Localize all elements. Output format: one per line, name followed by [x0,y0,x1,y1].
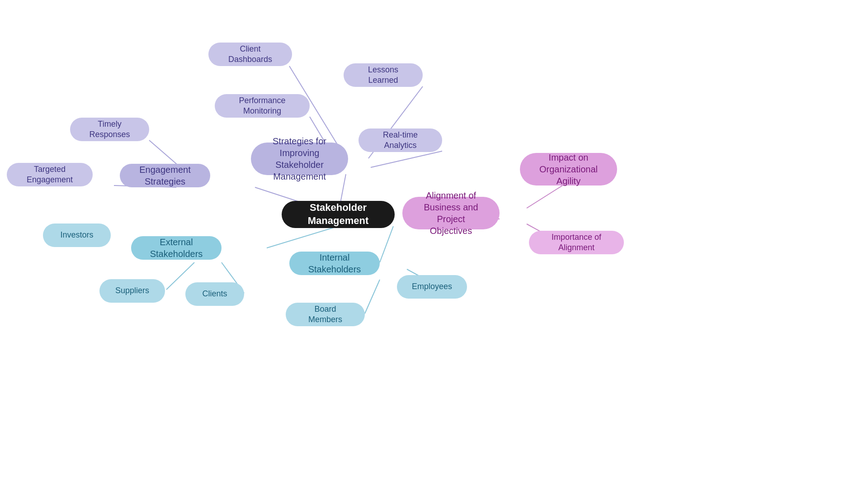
performance-monitoring-node[interactable]: Performance Monitoring [215,94,310,118]
suppliers-node[interactable]: Suppliers [99,279,165,303]
svg-line-12 [380,226,393,262]
realtime-analytics-node[interactable]: Real-time Analytics [359,128,442,152]
performance-monitoring-label: Performance Monitoring [227,95,297,117]
investors-node[interactable]: Investors [43,224,111,247]
svg-line-14 [365,280,380,314]
strategies-label: Strategies for ImprovingStakeholder Mana… [264,135,335,182]
alignment-business-label: Alignment of Business andProject Objecti… [415,190,487,237]
internal-stakeholders-label: Internal Stakeholders [302,252,367,275]
employees-label: Employees [412,281,452,292]
importance-alignment-label: Importance of Alignment [542,232,611,253]
employees-node[interactable]: Employees [397,275,467,299]
connections-svg [0,0,868,490]
lessons-learned-node[interactable]: Lessons Learned [344,63,423,87]
external-stakeholders-label: External Stakeholders [144,236,209,260]
center-node[interactable]: Stakeholder Management [282,201,395,228]
investors-label: Investors [60,230,93,240]
svg-line-4 [371,151,442,167]
timely-responses-node[interactable]: Timely Responses [70,118,149,141]
targeted-engagement-node[interactable]: Targeted Engagement [7,163,93,186]
board-members-label: Board Members [298,304,352,325]
importance-alignment-node[interactable]: Importance of Alignment [529,231,624,254]
board-members-node[interactable]: Board Members [286,303,365,326]
realtime-analytics-label: Real-time Analytics [371,130,429,151]
external-stakeholders-node[interactable]: External Stakeholders [131,236,222,260]
strategies-node[interactable]: Strategies for ImprovingStakeholder Mana… [251,143,348,175]
svg-line-8 [267,226,338,248]
impact-agility-node[interactable]: Impact on OrganizationalAgility [520,153,617,186]
suppliers-label: Suppliers [115,285,149,296]
lessons-learned-label: Lessons Learned [356,65,410,86]
timely-responses-label: Timely Responses [83,119,137,140]
clients-node[interactable]: Clients [185,282,244,306]
client-dashboards-label: Client Dashboards [221,44,279,65]
clients-label: Clients [202,289,227,299]
impact-agility-label: Impact on OrganizationalAgility [533,152,604,187]
alignment-business-node[interactable]: Alignment of Business andProject Objecti… [402,197,500,229]
client-dashboards-node[interactable]: Client Dashboards [208,43,292,66]
engagement-strategies-node[interactable]: Engagement Strategies [120,164,210,187]
center-label: Stakeholder Management [303,201,373,227]
targeted-engagement-label: Targeted Engagement [19,164,80,186]
internal-stakeholders-node[interactable]: Internal Stakeholders [289,252,380,275]
engagement-strategies-label: Engagement Strategies [132,164,198,187]
